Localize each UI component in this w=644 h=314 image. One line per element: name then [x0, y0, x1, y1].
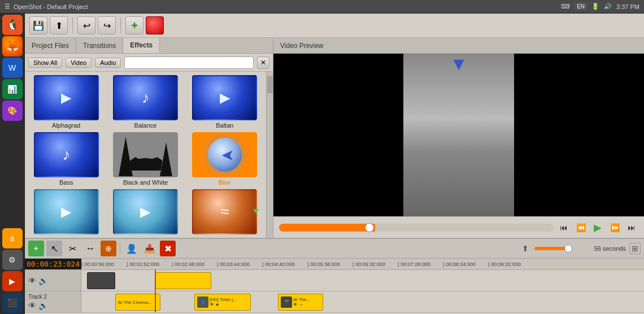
battery-icon: 🔋: [591, 3, 599, 10]
play-button[interactable]: ▶: [591, 221, 604, 234]
expand-timeline-button[interactable]: ⊞: [629, 243, 641, 254]
ruler-mark-2: 00:02:48:000: [172, 261, 217, 267]
redo-button[interactable]: ↪: [98, 16, 116, 34]
effect-bass[interactable]: Bass: [28, 132, 104, 186]
record-button[interactable]: [146, 16, 164, 34]
playhead: [155, 270, 156, 291]
clip-2-icons: 👁 ★: [210, 302, 248, 307]
video-preview-label: Video Preview: [280, 42, 324, 50]
app-icon-libreoffice[interactable]: W: [2, 58, 23, 78]
add-button[interactable]: +: [125, 16, 143, 34]
magnet-tool-button[interactable]: ⊕: [101, 241, 116, 256]
track1-clip-yellow1[interactable]: [155, 272, 211, 289]
track-2-audio-icon[interactable]: 🔊: [38, 301, 48, 310]
track-2-content: At The Cinema... 👤 [HD] Toilet (... 👁: [81, 291, 644, 312]
tab-effects[interactable]: Effects: [123, 38, 160, 53]
zoom-slider-container: [534, 247, 591, 250]
timeline-toolbar: + ↖ ✂ ↔ ⊕ 👤 📥 ✖ ⬆ 56 seconds ⊞: [25, 238, 644, 259]
effect-row3-b[interactable]: [107, 189, 183, 234]
track-2-eye-icon[interactable]: 👁: [28, 301, 36, 310]
ruler-mark-8: 00:08:24:000: [443, 261, 488, 267]
top-toolbar: 💾 ⬆ ↩ ↪ +: [25, 14, 644, 38]
tab-project-files[interactable]: Project Files: [25, 38, 76, 53]
track-1-eye-icon[interactable]: 👁: [28, 276, 36, 285]
track2-clip-3[interactable]: 🎬 At The... 👁 ↔: [278, 294, 323, 311]
remove-clip-button[interactable]: ✖: [160, 241, 176, 256]
video-preview-tab: Video Preview: [273, 38, 644, 54]
app-icon-terminal[interactable]: ⬛: [2, 293, 23, 313]
filter-audio[interactable]: Audio: [95, 58, 121, 68]
video-scrubber[interactable]: [279, 224, 554, 232]
undo-button[interactable]: ↩: [77, 16, 95, 34]
filter-search-button[interactable]: ✕: [257, 56, 269, 69]
video-center: ▼: [403, 54, 514, 216]
filter-search-input[interactable]: [124, 56, 254, 69]
clip-2-eye: 👁: [210, 302, 214, 307]
tab-transitions[interactable]: Transitions: [76, 38, 123, 53]
effect-baltan[interactable]: Baltan: [187, 75, 263, 129]
effect-thumb-row3b: [113, 189, 178, 234]
track-2-label-content: Track 2 👁 🔊: [28, 294, 48, 310]
track-row-2: Track 2 👁 🔊 At The Cinema...: [25, 291, 644, 313]
add-marker-button[interactable]: 👤: [124, 241, 140, 256]
track-1-audio-icon[interactable]: 🔊: [38, 276, 48, 285]
video-black-right: [514, 54, 644, 216]
app-menu-icon[interactable]: ☰: [5, 3, 10, 10]
cut-tool-button[interactable]: ✂: [64, 241, 80, 256]
effect-blackandwhite[interactable]: Black and White: [107, 132, 183, 186]
app-icon-calc[interactable]: 📊: [2, 79, 23, 99]
track-1-content: [81, 270, 644, 291]
effect-row3-c[interactable]: [187, 189, 263, 234]
effect-label-alphagrad: Alphagrad: [52, 122, 80, 129]
filter-show-all[interactable]: Show All: [28, 58, 62, 68]
effect-thumb-baltan: [192, 75, 257, 120]
clip-3-eye: 👁: [293, 302, 298, 307]
video-playhead-arrow: ▼: [450, 54, 468, 75]
import-clip-button[interactable]: 📥: [142, 241, 158, 256]
clip-2-thumb-person: 👤: [201, 300, 206, 304]
track-1-icons: 👁 🔊: [28, 276, 48, 285]
effect-balance[interactable]: Balance: [107, 75, 183, 129]
tl-right: ⬆ 56 seconds ⊞: [520, 243, 641, 254]
import-button[interactable]: ⬆: [50, 16, 68, 34]
zoom-label: 56 seconds: [594, 245, 626, 252]
app-icon-draw[interactable]: 🎨: [2, 101, 23, 121]
effects-scrollbar[interactable]: [266, 72, 273, 238]
ruler-mark-5: 00:05:36:000: [307, 261, 353, 267]
clip-1-label: At The Cinema...: [118, 300, 152, 305]
effect-alphagrad[interactable]: Alphagrad: [28, 75, 104, 129]
forward-end-button[interactable]: ⏭: [625, 221, 638, 234]
effect-thumb-row3a: [34, 189, 99, 234]
app-icon-firefox[interactable]: 🦊: [2, 36, 23, 56]
scrubber-thumb: [365, 223, 374, 232]
save-button[interactable]: 💾: [29, 16, 47, 34]
track2-clip-2[interactable]: 👤 [HD] Toilet (... 👁 ★: [194, 294, 251, 311]
app-icon-amazon[interactable]: a: [2, 228, 23, 248]
track-2-icons: 👁 🔊: [28, 301, 48, 310]
titlebar-right: ⌨ EN 🔋 🔊 3:37 PM: [561, 3, 639, 10]
add-track-button[interactable]: +: [28, 241, 44, 256]
ruler-mark-6: 00:06:32:000: [353, 261, 398, 267]
app-sidebar: 🐧 🦊 W 📊 🎨 a ⚙ ▶ ⬛: [0, 14, 25, 314]
tl-sep-1: [120, 242, 120, 255]
effect-label-balance: Balance: [134, 122, 157, 129]
select-tool-button[interactable]: ↖: [46, 241, 62, 256]
move-tool-button[interactable]: ↔: [82, 241, 98, 256]
zoom-export-button[interactable]: ⬆: [520, 243, 531, 254]
timeline-ruler-row: 00:00:23:024 00:00:56:000 00:01:52:000 0…: [25, 259, 644, 270]
app-icon-settings[interactable]: ⚙: [2, 250, 23, 270]
rewind-button[interactable]: ⏪: [574, 221, 588, 234]
effect-thumb-alphagrad: [34, 75, 99, 120]
track1-clip-dark1[interactable]: [87, 272, 115, 289]
track2-clip-1[interactable]: At The Cinema...: [115, 294, 160, 311]
track-2-name: Track 2: [28, 294, 48, 300]
zoom-slider[interactable]: [534, 247, 591, 250]
clip-2-thumb: 👤: [197, 296, 208, 308]
titlebar: ☰ OpenShot - Default Project ⌨ EN 🔋 🔊 3:…: [0, 0, 644, 14]
forward-button[interactable]: ⏩: [608, 221, 621, 234]
filter-video[interactable]: Video: [66, 58, 92, 68]
rewind-end-button[interactable]: ⏮: [557, 221, 571, 234]
app-icon-openshot[interactable]: ▶: [2, 271, 23, 291]
effect-row3-a[interactable]: [28, 189, 104, 234]
app-icon-ubuntu[interactable]: 🐧: [2, 15, 23, 35]
